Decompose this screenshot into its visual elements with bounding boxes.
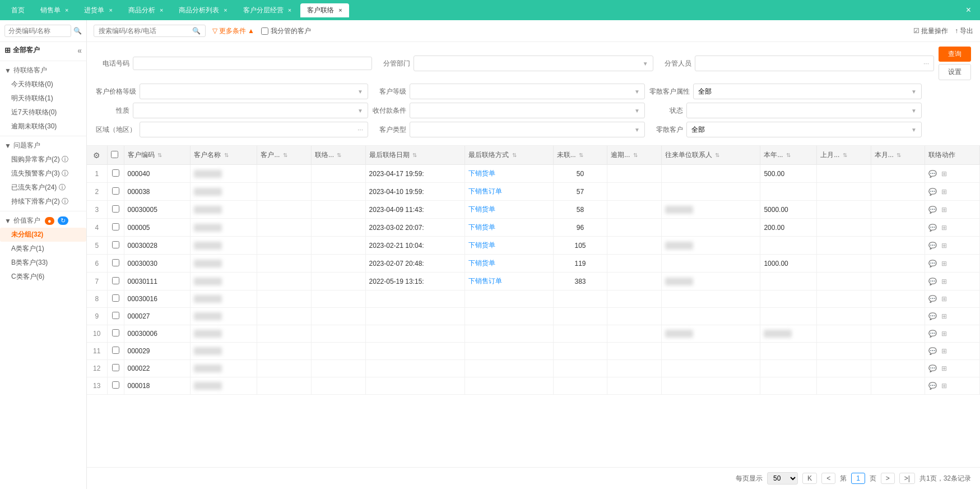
grid-icon[interactable]: ⊞ xyxy=(941,382,947,390)
row-last-method[interactable]: 下销货单 xyxy=(465,201,553,219)
contact-sort-icon[interactable]: ⇅ xyxy=(337,152,341,158)
tab-home[interactable]: 首页 xyxy=(4,3,31,17)
close-sales-tab[interactable]: × xyxy=(65,7,68,13)
filter-more-conditions[interactable]: ▽ 更多条件 ▲ xyxy=(212,26,254,36)
last-method-link[interactable]: 下销货单 xyxy=(468,169,495,177)
retail-customer-select[interactable]: 全部 ▼ xyxy=(686,122,922,137)
settings-icon[interactable]: ⚙ xyxy=(93,151,100,160)
row-checkbox[interactable] xyxy=(107,360,124,377)
row-last-method[interactable]: 下销货单 xyxy=(465,219,553,237)
sidebar-item-today-pending[interactable]: 今天待联络(0) xyxy=(0,77,86,91)
grid-icon[interactable]: ⊞ xyxy=(941,347,947,355)
row-last-method[interactable]: 下销货单 xyxy=(465,165,553,183)
next-page-btn[interactable]: > xyxy=(881,473,895,484)
type-sort-icon[interactable]: ⇅ xyxy=(283,152,287,158)
close-customer-contact-tab[interactable]: × xyxy=(338,7,342,13)
row-last-method[interactable]: 下销货单 xyxy=(465,237,553,255)
last-date-sort-icon[interactable]: ⇅ xyxy=(412,152,417,158)
tab-goods-analysis[interactable]: 商品分析 × xyxy=(122,3,170,17)
group-value-customers[interactable]: ▼ 价值客户 ● ↻ xyxy=(0,214,86,228)
chat-icon[interactable]: 💬 xyxy=(928,312,937,320)
first-page-btn[interactable]: K xyxy=(802,473,817,484)
chat-icon[interactable]: 💬 xyxy=(928,170,937,178)
grid-icon[interactable]: ⊞ xyxy=(941,170,947,178)
sidebar-item-ungrouped[interactable]: 未分组(32) xyxy=(0,228,86,242)
row-checkbox[interactable] xyxy=(107,255,124,273)
sidebar-item-abnormal[interactable]: 囤购异常客户(2) ⓘ xyxy=(0,153,86,167)
payment-select[interactable]: ▼ xyxy=(410,103,645,118)
year-sort-icon[interactable]: ⇅ xyxy=(786,152,791,158)
col-current-year[interactable]: 本年... ⇅ xyxy=(760,146,817,165)
col-overdue[interactable]: 逾期... ⇅ xyxy=(607,146,662,165)
close-purchase-tab[interactable]: × xyxy=(109,7,112,13)
last-method-link[interactable]: 下销货单 xyxy=(468,223,495,231)
grid-icon[interactable]: ⊞ xyxy=(941,312,947,320)
grid-icon[interactable]: ⊞ xyxy=(941,188,947,196)
sidebar-all-customers[interactable]: ⊞ 全部客户 « xyxy=(0,42,86,58)
chat-icon[interactable]: 💬 xyxy=(928,347,937,355)
row-last-method[interactable] xyxy=(465,343,553,360)
phone-input[interactable] xyxy=(133,57,372,70)
close-all-tabs[interactable]: × xyxy=(962,5,976,15)
col-not-contacted[interactable]: 未联... ⇅ xyxy=(553,146,607,165)
current-month-sort-icon[interactable]: ⇅ xyxy=(897,152,901,158)
grid-icon[interactable]: ⊞ xyxy=(941,295,947,303)
row-last-method[interactable]: 下销售订单 xyxy=(465,273,553,290)
tab-goods-list[interactable]: 商品分析列表 × xyxy=(172,3,234,17)
col-settings[interactable]: ⚙ xyxy=(87,146,107,165)
row-checkbox[interactable] xyxy=(107,183,124,201)
select-all-checkbox[interactable] xyxy=(111,151,118,158)
retail-attr-select[interactable]: 全部 ▼ xyxy=(693,84,922,99)
my-customers-check[interactable] xyxy=(261,27,268,35)
col-last-month[interactable]: 上月... ⇅ xyxy=(817,146,871,165)
row-checkbox[interactable] xyxy=(107,201,124,219)
filter-search-input[interactable] xyxy=(99,27,190,35)
tab-customer-tier[interactable]: 客户分层经营 × xyxy=(236,3,298,17)
chat-icon[interactable]: 💬 xyxy=(928,206,937,214)
col-partner[interactable]: 往来单位联系人 ⇅ xyxy=(661,146,760,165)
last-method-link[interactable]: 下销售订单 xyxy=(468,277,502,285)
grid-icon[interactable]: ⊞ xyxy=(941,206,947,214)
last-method-link[interactable]: 下销售订单 xyxy=(468,187,502,195)
grid-icon[interactable]: ⊞ xyxy=(941,365,947,372)
nature-select[interactable]: ▼ xyxy=(133,103,368,118)
row-last-method[interactable]: 下销货单 xyxy=(465,255,553,273)
col-contact[interactable]: 联络... ⇅ xyxy=(312,146,366,165)
dept-select[interactable]: ▼ xyxy=(414,56,653,71)
last-month-sort-icon[interactable]: ⇅ xyxy=(843,152,847,158)
sidebar-item-churned[interactable]: 已流失客户(24) ⓘ xyxy=(0,181,86,195)
row-checkbox[interactable] xyxy=(107,290,124,308)
col-last-date[interactable]: 最后联络日期 ⇅ xyxy=(365,146,465,165)
filter-search-icon[interactable]: 🔍 xyxy=(192,27,201,35)
region-select[interactable]: ··· xyxy=(140,122,368,137)
chat-icon[interactable]: 💬 xyxy=(928,365,937,372)
group-pending-contact[interactable]: ▼ 待联络客户 xyxy=(0,63,86,77)
sidebar-item-churn-warning[interactable]: 流失预警客户(3) ⓘ xyxy=(0,167,86,181)
chat-icon[interactable]: 💬 xyxy=(928,242,937,250)
row-checkbox[interactable] xyxy=(107,237,124,255)
sidebar-item-7days-pending[interactable]: 近7天待联络(0) xyxy=(0,105,86,119)
sidebar-item-class-a[interactable]: A类客户(1) xyxy=(0,242,86,256)
last-method-link[interactable]: 下销货单 xyxy=(468,259,495,267)
overdue-sort-icon[interactable]: ⇅ xyxy=(633,152,638,158)
close-goods-analysis-tab[interactable]: × xyxy=(160,7,163,13)
row-last-method[interactable]: 下销售订单 xyxy=(465,183,553,201)
chat-icon[interactable]: 💬 xyxy=(928,260,937,267)
row-checkbox[interactable] xyxy=(107,308,124,325)
sidebar-item-overdue-contact[interactable]: 逾期未联络(30) xyxy=(0,119,86,133)
customer-level-select[interactable]: ▼ xyxy=(410,84,645,99)
last-method-link[interactable]: 下销货单 xyxy=(468,205,495,213)
close-customer-tier-tab[interactable]: × xyxy=(288,7,291,13)
chat-icon[interactable]: 💬 xyxy=(928,382,937,390)
chat-icon[interactable]: 💬 xyxy=(928,330,937,338)
col-current-month[interactable]: 本月... ⇅ xyxy=(871,146,925,165)
sidebar-search-icon[interactable]: 🔍 xyxy=(73,27,82,35)
col-last-method[interactable]: 最后联络方式 ⇅ xyxy=(465,146,553,165)
not-contacted-sort-icon[interactable]: ⇅ xyxy=(579,152,583,158)
per-page-select[interactable]: 50 100 200 xyxy=(767,472,798,485)
grid-icon[interactable]: ⊞ xyxy=(941,278,947,285)
sidebar-search-input[interactable] xyxy=(4,25,71,37)
col-name[interactable]: 客户名称 ⇅ xyxy=(191,146,257,165)
row-checkbox[interactable] xyxy=(107,343,124,360)
row-checkbox[interactable] xyxy=(107,377,124,395)
